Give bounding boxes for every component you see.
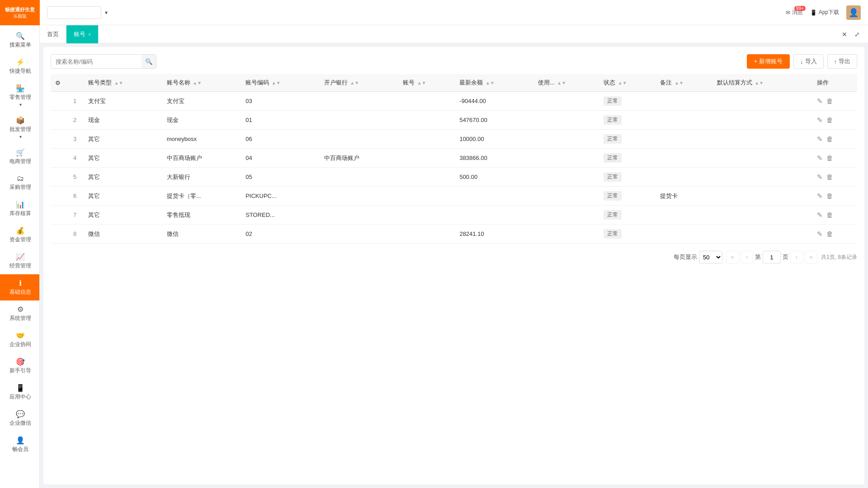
delete-icon[interactable]: 🗑 bbox=[826, 173, 833, 181]
cell-bank bbox=[321, 187, 400, 206]
content-area: 🔍 + 新增账号 ↓ 导入 ↑ 导出 ⚙ bbox=[43, 47, 864, 484]
edit-icon[interactable]: ✎ bbox=[817, 154, 823, 162]
sidebar-item-采购管理[interactable]: 🗂采购管理 bbox=[0, 170, 39, 196]
export-button[interactable]: ↑ 导出 bbox=[827, 54, 858, 69]
edit-icon[interactable]: ✎ bbox=[817, 192, 823, 200]
action-buttons: ✎ 🗑 bbox=[817, 230, 854, 238]
th-default-payment[interactable]: 默认结算方式 ▲▼ bbox=[713, 74, 814, 92]
cell-name: 大新银行 bbox=[163, 168, 242, 187]
page-size-dropdown[interactable]: 50 100 200 bbox=[699, 251, 722, 263]
search-button[interactable]: 🔍 bbox=[142, 54, 156, 69]
delete-icon[interactable]: 🗑 bbox=[826, 192, 833, 200]
cell-account bbox=[399, 92, 456, 111]
tab-close-icon[interactable]: × bbox=[88, 32, 91, 37]
th-usage[interactable]: 使用... ▲▼ bbox=[534, 74, 600, 92]
th-balance[interactable]: 最新余额 ▲▼ bbox=[456, 74, 534, 92]
import-button[interactable]: ↓ 导入 bbox=[793, 54, 824, 69]
export-icon: ↑ bbox=[834, 58, 837, 65]
sidebar-item-搜索菜单[interactable]: 🔍搜索菜单 bbox=[0, 27, 39, 53]
edit-icon[interactable]: ✎ bbox=[817, 135, 823, 143]
sidebar-icon: 📈 bbox=[16, 253, 25, 261]
edit-icon[interactable]: ✎ bbox=[817, 211, 823, 219]
cell-remarks bbox=[656, 149, 713, 168]
sidebar-item-企业协同[interactable]: 🤝企业协同 bbox=[0, 327, 39, 353]
prev-page-button[interactable]: ‹ bbox=[741, 251, 753, 263]
message-icon: ✉ bbox=[786, 9, 790, 16]
th-code[interactable]: 账号编码 ▲▼ bbox=[242, 74, 320, 92]
th-name[interactable]: 账号名称 ▲▼ bbox=[163, 74, 242, 92]
page-number-input[interactable] bbox=[763, 251, 781, 263]
logo-text: 畅捷通好生意乐颜版 bbox=[5, 6, 35, 19]
search-icon: 🔍 bbox=[145, 58, 153, 65]
table-row: 4 其它 中百商场账户 04 中百商场账户 383866.00 正常 ✎ 🗑 bbox=[51, 149, 857, 168]
delete-icon[interactable]: 🗑 bbox=[826, 154, 833, 162]
next-page-button[interactable]: › bbox=[790, 251, 803, 263]
sidebar-icon: 🎯 bbox=[16, 357, 25, 366]
search-input[interactable] bbox=[51, 58, 142, 65]
cell-actions: ✎ 🗑 bbox=[813, 168, 857, 187]
sidebar-item-企业微信[interactable]: 💬企业微信 bbox=[0, 405, 39, 432]
sidebar-item-资金管理[interactable]: 💰资金管理 bbox=[0, 222, 39, 248]
edit-icon[interactable]: ✎ bbox=[817, 173, 823, 181]
total-text: 共1页, 8条记录 bbox=[821, 253, 857, 261]
sidebar-item-电商管理[interactable]: 🛒电商管理 bbox=[0, 144, 39, 170]
tab-account[interactable]: 账号 × bbox=[66, 25, 99, 43]
app-download-button[interactable]: 📱 App下载 bbox=[810, 9, 839, 16]
th-settings[interactable]: ⚙ bbox=[51, 74, 65, 92]
tab-maximize-button[interactable]: ⤢ bbox=[852, 29, 863, 40]
edit-icon[interactable]: ✎ bbox=[817, 97, 823, 105]
sidebar-item-label: 经营管理 bbox=[9, 262, 31, 270]
sidebar-item-快捷导航[interactable]: ⚡快捷导航 bbox=[0, 53, 39, 80]
header-left: ▾ bbox=[47, 6, 108, 19]
action-buttons: ✎ 🗑 bbox=[817, 211, 854, 219]
cell-settings bbox=[51, 111, 65, 130]
sidebar-item-畅会员[interactable]: 👤畅会员 bbox=[0, 432, 39, 458]
cell-actions: ✎ 🗑 bbox=[813, 130, 857, 149]
th-type[interactable]: 账号类型 ▲▼ bbox=[85, 74, 163, 92]
tab-close-all-button[interactable]: ✕ bbox=[839, 29, 850, 40]
cell-name: 现金 bbox=[163, 111, 242, 130]
cell-status: 正常 bbox=[600, 130, 656, 149]
cell-default-payment bbox=[713, 149, 814, 168]
th-remarks[interactable]: 备注 ▲▼ bbox=[656, 74, 713, 92]
th-account[interactable]: 账号 ▲▼ bbox=[399, 74, 456, 92]
sidebar-item-批发管理[interactable]: 📦批发管理▾ bbox=[0, 112, 39, 144]
th-bank[interactable]: 开户银行 ▲▼ bbox=[321, 74, 400, 92]
cell-code: STORED... bbox=[242, 206, 320, 225]
edit-icon[interactable]: ✎ bbox=[817, 116, 823, 124]
search-box: 🔍 bbox=[51, 54, 156, 69]
sidebar-item-新手引导[interactable]: 🎯新手引导 bbox=[0, 353, 39, 379]
delete-icon[interactable]: 🗑 bbox=[826, 211, 833, 219]
delete-icon[interactable]: 🗑 bbox=[826, 135, 833, 143]
sidebar-item-经营管理[interactable]: 📈经营管理 bbox=[0, 248, 39, 274]
first-page-button[interactable]: « bbox=[726, 251, 739, 263]
avatar[interactable]: 👤 bbox=[846, 5, 861, 20]
cell-status: 正常 bbox=[600, 225, 656, 244]
sidebar-item-系统管理[interactable]: ⚙系统管理 bbox=[0, 300, 39, 327]
th-status[interactable]: 状态 ▲▼ bbox=[600, 74, 656, 92]
sidebar-item-基础信息[interactable]: ℹ基础信息 bbox=[0, 274, 39, 300]
sidebar-item-应用中心[interactable]: 📱应用中心 bbox=[0, 379, 39, 405]
delete-icon[interactable]: 🗑 bbox=[826, 97, 833, 105]
tab-home[interactable]: 首页 bbox=[40, 25, 66, 43]
sidebar-item-零售管理[interactable]: 🏪零售管理▾ bbox=[0, 80, 39, 112]
delete-icon[interactable]: 🗑 bbox=[826, 116, 833, 124]
add-account-button[interactable]: + 新增账号 bbox=[747, 54, 790, 69]
cell-type: 其它 bbox=[85, 168, 163, 187]
cell-balance: 500.00 bbox=[456, 168, 534, 187]
header-dropdown[interactable]: ▾ bbox=[105, 9, 108, 16]
sidebar-nav: 🔍搜索菜单⚡快捷导航🏪零售管理▾📦批发管理▾🛒电商管理🗂采购管理📊库存核算💰资金… bbox=[0, 25, 39, 488]
message-button[interactable]: ✉ 消息 99+ bbox=[786, 9, 803, 16]
sidebar-icon: 🔍 bbox=[16, 32, 25, 40]
sidebar-item-库存核算[interactable]: 📊库存核算 bbox=[0, 196, 39, 222]
cell-name: 零售抵现 bbox=[163, 206, 242, 225]
cell-name: 微信 bbox=[163, 225, 242, 244]
table-row: 2 现金 现金 01 547670.00 正常 ✎ 🗑 bbox=[51, 111, 857, 130]
delete-icon[interactable]: 🗑 bbox=[826, 230, 833, 238]
last-page-button[interactable]: » bbox=[805, 251, 817, 263]
edit-icon[interactable]: ✎ bbox=[817, 230, 823, 238]
cell-code: 04 bbox=[242, 149, 320, 168]
cell-account bbox=[399, 187, 456, 206]
top-search-input[interactable] bbox=[47, 6, 101, 19]
cell-account bbox=[399, 225, 456, 244]
